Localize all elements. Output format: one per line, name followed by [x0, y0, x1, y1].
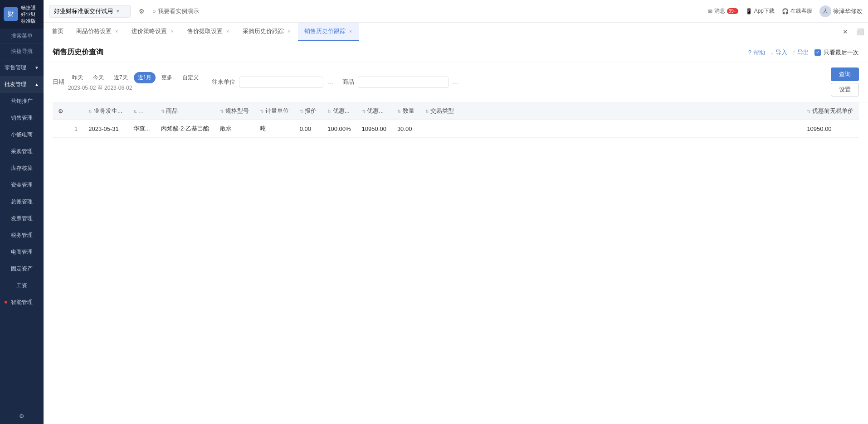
only-last-checkbox[interactable]: ✓ 只看最后一次: [814, 48, 859, 57]
th-more[interactable]: ⇅ ...: [128, 102, 156, 120]
sort-icon[interactable]: ⇅: [161, 109, 165, 114]
sort-icon[interactable]: ⇅: [133, 109, 137, 114]
tab-close-icon[interactable]: ×: [348, 28, 353, 34]
settings-icon[interactable]: ⚙: [58, 108, 63, 115]
help-button[interactable]: ? 帮助: [748, 48, 765, 57]
checkbox-icon[interactable]: ✓: [814, 49, 821, 56]
sort-icon[interactable]: ⇅: [425, 109, 429, 114]
sort-icon[interactable]: ⇅: [300, 109, 303, 114]
tab-close-icon[interactable]: ×: [114, 28, 119, 34]
only-last-label: 只看最后一次: [824, 48, 859, 57]
sidebar-item-ecommerce[interactable]: 电商管理: [0, 244, 44, 260]
th-transaction-type[interactable]: ⇅ 交易类型: [420, 102, 460, 120]
sort-icon[interactable]: ⇅: [397, 109, 401, 114]
th-spec[interactable]: ⇅ 规格型号: [215, 102, 254, 120]
last1m-btn[interactable]: 近1月: [134, 72, 156, 83]
table-container: ⚙ ⇅ 业务发生... ⇅ ... ⇅ 商品: [44, 102, 868, 147]
product-dots[interactable]: ...: [452, 78, 458, 86]
sidebar-item-invoice[interactable]: 发票管理: [0, 210, 44, 227]
import-button[interactable]: ↓ 导入: [770, 48, 787, 57]
tab-label: 首页: [52, 27, 63, 35]
sort-icon[interactable]: ⇅: [807, 109, 810, 114]
demo-label: 我要看实例演示: [158, 7, 199, 15]
demo-link[interactable]: ○ 我要看实例演示: [152, 7, 199, 15]
sort-icon[interactable]: ⇅: [260, 109, 263, 114]
sidebar-item-sales[interactable]: 销售管理: [0, 110, 44, 126]
th-product[interactable]: ⇅ 商品: [156, 102, 215, 120]
sidebar-item-finance[interactable]: 资金管理: [0, 177, 44, 193]
sort-icon[interactable]: ⇅: [220, 109, 224, 114]
table-row[interactable]: 1 2023-05-31 华查... 丙烯酸-2-乙基己酯 散水 吨 0.00 …: [53, 120, 859, 138]
close-tab-icon[interactable]: ✕: [839, 25, 852, 38]
sidebar-item-inventory[interactable]: 库存核算: [0, 160, 44, 177]
sidebar-item-fixed-assets[interactable]: 固定资产: [0, 260, 44, 277]
main-area: 好业财标准版交付试用 ▼ ⚙ ○ 我要看实例演示 ✉ 消息 99+ 📱 App下…: [44, 0, 868, 424]
tab-sale-price[interactable]: 售价提取设置 ×: [181, 23, 236, 41]
source-unit-input[interactable]: [239, 77, 323, 88]
tab-sale-history[interactable]: 销售历史价跟踪 ×: [298, 23, 359, 41]
tab-home[interactable]: 首页: [45, 23, 70, 41]
maximize-tab-icon[interactable]: ⬜: [853, 25, 866, 38]
product-selector[interactable]: 好业财标准版交付试用 ▼: [49, 5, 131, 18]
sidebar-item-wholesale[interactable]: 批发管理 ▲: [0, 76, 44, 93]
sidebar-item-label: 采购管理: [11, 148, 33, 155]
th-unit[interactable]: ⇅ 计量单位: [254, 102, 294, 120]
sidebar-search[interactable]: 搜索菜单: [0, 29, 44, 44]
app-download-button[interactable]: 📱 App下载: [746, 7, 775, 15]
sort-icon[interactable]: ⇅: [327, 109, 331, 114]
tab-purchase-strategy[interactable]: 进价策略设置 ×: [125, 23, 180, 41]
th-settings[interactable]: ⚙: [53, 102, 69, 120]
sidebar-item-payroll[interactable]: 工资: [0, 277, 44, 294]
today-btn[interactable]: 今天: [89, 72, 108, 83]
sidebar-item-accounting[interactable]: 总账管理: [0, 193, 44, 210]
more-btn[interactable]: 更多: [157, 72, 176, 83]
th-quoted-price[interactable]: ⇅ 报价: [294, 102, 322, 120]
th-label: 商品: [166, 107, 178, 114]
sort-asc-icon[interactable]: ⇅: [88, 109, 92, 114]
th-discount2[interactable]: ⇅ 优惠...: [356, 102, 392, 120]
sidebar-quick-nav[interactable]: 快捷导航: [0, 44, 44, 59]
th-quantity[interactable]: ⇅ 数量: [392, 102, 420, 120]
source-unit-dots[interactable]: ...: [327, 78, 333, 86]
message-icon: ✉: [708, 8, 712, 14]
sidebar-item-retail[interactable]: 零售管理 ▼: [0, 59, 44, 76]
sidebar-item-purchase[interactable]: 采购管理: [0, 143, 44, 160]
sidebar-item-tax[interactable]: 税务管理: [0, 227, 44, 244]
user-menu[interactable]: 人 徐泽华修改: [819, 5, 863, 17]
data-table: ⚙ ⇅ 业务发生... ⇅ ... ⇅ 商品: [53, 102, 859, 138]
query-button[interactable]: 查询: [831, 67, 859, 81]
tab-close-icon[interactable]: ×: [170, 28, 174, 34]
sidebar-item-smart[interactable]: 智能管理: [0, 294, 44, 311]
tab-close-icon[interactable]: ×: [225, 28, 230, 34]
td-spacer: [459, 120, 801, 138]
tab-close-icon[interactable]: ×: [287, 28, 291, 34]
th-pretax-price[interactable]: ⇅ 优惠前无税单价: [801, 102, 859, 120]
last7-btn[interactable]: 近7天: [110, 72, 132, 83]
sidebar-settings-button[interactable]: ⚙: [0, 408, 44, 424]
table-body: 1 2023-05-31 华查... 丙烯酸-2-乙基己酯 散水 吨 0.00 …: [53, 120, 859, 138]
td-quoted-price: 0.00: [294, 120, 322, 138]
mobile-icon: 📱: [746, 8, 752, 14]
tab-purchase-history[interactable]: 采购历史价跟踪 ×: [236, 23, 297, 41]
app-download-label: App下载: [754, 7, 775, 15]
th-business-date[interactable]: ⇅ 业务发生...: [83, 102, 127, 120]
help-label: 帮助: [753, 48, 765, 57]
sort-icon[interactable]: ⇅: [362, 109, 366, 114]
filter-actions: 查询 设置: [831, 67, 859, 96]
filter-settings-button[interactable]: 设置: [831, 83, 859, 96]
message-button[interactable]: ✉ 消息 99+: [708, 7, 738, 15]
th-label: 计量单位: [265, 107, 289, 114]
th-discount1[interactable]: ⇅ 优惠...: [322, 102, 356, 120]
sidebar-item-ecommerce-small[interactable]: 小畅电商: [0, 126, 44, 143]
user-name: 徐泽华修改: [833, 7, 863, 15]
sidebar-item-marketing[interactable]: 营销推广: [0, 93, 44, 110]
td-discount2: 10950.00: [356, 120, 392, 138]
online-service-button[interactable]: 🎧 在线客服: [782, 7, 812, 15]
topbar-settings-icon[interactable]: ⚙: [135, 5, 148, 18]
yesterday-btn[interactable]: 昨天: [68, 72, 87, 83]
custom-btn[interactable]: 自定义: [178, 72, 203, 83]
th-label: 优惠前无税单价: [812, 107, 853, 114]
tab-product-price[interactable]: 商品价格设置 ×: [70, 23, 125, 41]
export-button[interactable]: ↑ 导出: [793, 48, 809, 57]
product-input[interactable]: [358, 77, 449, 88]
